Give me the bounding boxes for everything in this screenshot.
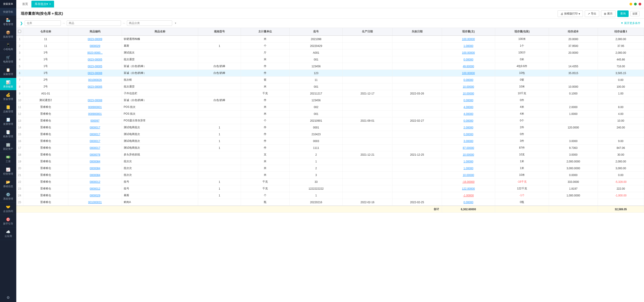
qty-main-link[interactable]: 10.00000 (463, 174, 474, 177)
query-button[interactable]: 查询 (617, 11, 628, 17)
code-link[interactable]: 0000084 (90, 174, 100, 177)
cell-name: 鲜肉A (122, 199, 198, 206)
cell-amount: 10.00 (598, 117, 644, 124)
code-link[interactable]: 0000084 (90, 167, 100, 170)
qty-main-link[interactable]: 0.00000 (464, 78, 473, 82)
code-link[interactable]: 001000031 (88, 201, 102, 204)
qty-main-link[interactable]: 0.00000 (464, 99, 473, 102)
qty-main-link[interactable]: 4.00000 (464, 106, 473, 109)
sidebar-item-guide[interactable]: 🎯 新手引导 (0, 215, 16, 227)
qty-main-link[interactable]: -1.00000 (463, 194, 474, 197)
code-link[interactable]: 0000017 (90, 146, 100, 149)
code-link[interactable]: 0023-00008 (88, 72, 102, 75)
cell-batch: 001 (290, 83, 343, 90)
export-button[interactable]: ↗ 导出 (585, 11, 599, 17)
code-link[interactable]: 0000012 (90, 180, 100, 184)
code-link[interactable]: 001000026 (88, 78, 102, 82)
table-wrapper[interactable]: 仓库名称 商品编码 商品名称 规格型号 主计量单位 批号 生产日期 失效日期 现… (16, 28, 644, 302)
code-link[interactable]: 0000029 (90, 44, 100, 48)
code-link[interactable]: 000097 (90, 119, 100, 122)
qty-main-link[interactable]: 49.60000 (463, 65, 474, 68)
window-minimize[interactable] (630, 3, 632, 6)
product-filter[interactable] (67, 20, 121, 26)
qty-main-link[interactable]: 87.00000 (463, 146, 474, 149)
qty-main-link[interactable]: 3.00000 (464, 139, 473, 143)
cell-cost: 333.0000 (549, 179, 598, 185)
sidebar-item-basic[interactable]: 📂 基础信息 (0, 178, 16, 190)
qty-main-link[interactable]: 100.00000 (462, 72, 475, 75)
settings-button[interactable]: 设置 (630, 11, 640, 16)
code-link[interactable]: 0000017 (90, 133, 100, 136)
qty-main-link[interactable]: 10.00000 (463, 153, 474, 156)
qty-main-link[interactable]: 1.00000 (464, 160, 473, 163)
cell-unit: 件 (241, 63, 290, 70)
code-link[interactable]: 0000029 (90, 194, 100, 197)
code-link[interactable]: 0000017 (90, 139, 100, 143)
sidebar-search[interactable]: 搜索菜单 (0, 0, 16, 8)
window-close[interactable] (638, 3, 641, 6)
expand-button[interactable]: ⊞ 展示 (601, 11, 616, 17)
sidebar-item-tax[interactable]: 📑 税务管理 (0, 128, 16, 140)
cell-spec (198, 56, 241, 63)
code-link[interactable]: 0023-00005 (88, 58, 102, 61)
warehouse-filter[interactable] (25, 20, 61, 26)
qty-main-link[interactable]: 122.00000 (462, 187, 475, 190)
qty-main-link[interactable]: 1.00000 (464, 167, 473, 170)
cell-prod-date (343, 138, 392, 144)
qty-main-link[interactable]: 2.00000 (464, 126, 473, 129)
cell-qty-main: 10.00000 (442, 90, 495, 97)
qty-main-link[interactable]: 0.00000 (464, 201, 473, 204)
code-link[interactable]: 0023-00005 (88, 65, 102, 68)
sidebar-item-ops[interactable]: 📈 经营管理 (0, 165, 16, 178)
cell-qty-pack: 122千克 (495, 185, 549, 192)
code-link[interactable]: 0023-0000... (87, 51, 102, 54)
qty-main-link[interactable]: 100.00000 (462, 38, 475, 41)
filter-toggle-icon[interactable]: ❯ (20, 21, 23, 25)
qty-main-link[interactable]: 0.00000 (464, 133, 473, 136)
sidebar-item-payroll[interactable]: 💵 工资 (0, 153, 16, 165)
cell-name: 富诚（白色/奶棒） (122, 63, 198, 70)
code-link[interactable]: 000900001 (88, 106, 102, 109)
sidebar-item-mini[interactable]: 📱 小程电商 (0, 41, 16, 53)
code-link[interactable]: 0023-00005 (88, 85, 102, 88)
sidebar-item-ecommerce[interactable]: 🛒 电商管理 (0, 53, 16, 65)
qty-main-link[interactable]: 100.00000 (462, 51, 475, 54)
category-filter[interactable] (127, 20, 172, 26)
sidebar-item-wholesale[interactable]: 📦 批发管理 (0, 28, 16, 41)
code-link[interactable]: 0000017 (90, 126, 100, 129)
sidebar-settings[interactable]: ⚙ (0, 293, 16, 302)
sidebar-item-system[interactable]: ⚙️ 系统管理 (0, 190, 16, 203)
code-link[interactable]: 0023-00009 (88, 38, 102, 41)
qty-main-link[interactable]: 10.00000 (463, 85, 474, 88)
sidebar-item-invoice[interactable]: 🧾 发票管理 (0, 115, 16, 128)
select-all-checkbox[interactable] (18, 30, 21, 33)
cell-qty-main: 122.00000 (442, 185, 495, 192)
code-link[interactable]: 0023-00008 (88, 99, 102, 102)
sidebar-item-collab[interactable]: 🤝 企业协同 (0, 203, 16, 215)
code-link[interactable]: 0000078 (90, 153, 100, 156)
sidebar-item-accounting[interactable]: 📒 总账管理 (0, 103, 16, 115)
expand-more-btn[interactable]: ▼ 展开更多条件 (621, 21, 640, 25)
tab-home[interactable]: 首页 (19, 1, 32, 8)
sidebar-item-retail[interactable]: 🏪 零售管理 (0, 16, 16, 28)
qty-main-link[interactable]: -16.00000 (462, 180, 474, 184)
qty-main-link[interactable]: 1.00000 (464, 44, 473, 48)
col-check[interactable] (16, 28, 23, 36)
sidebar-item-inventory[interactable]: 📊 库存核算 (0, 78, 16, 90)
sidebar-item-fixed[interactable]: 🏢 固定资产 (0, 140, 16, 153)
print-button[interactable]: 🖨 按模版打印 ▾ (558, 11, 583, 17)
code-link[interactable]: 0000084 (90, 160, 100, 163)
sidebar-item-cloud[interactable]: ☁️ 云应用 (0, 227, 16, 240)
qty-main-link[interactable]: 10.00000 (463, 92, 474, 95)
tab-inventory[interactable]: 库存批次▾ × (32, 1, 54, 8)
qty-main-link[interactable]: 4.00000 (464, 112, 473, 115)
window-maximize[interactable] (634, 3, 637, 6)
sidebar-item-finance[interactable]: 💰 资金管理 (0, 90, 16, 103)
sidebar-item-purchase[interactable]: 📋 采购管理 (0, 65, 16, 78)
qty-main-link[interactable]: 0.00000 (464, 119, 473, 122)
sidebar-nav[interactable]: 快捷导航 (0, 8, 16, 16)
code-link[interactable]: 0000012 (90, 187, 100, 190)
code-link[interactable]: 000900001 (88, 112, 102, 115)
qty-main-link[interactable]: 0.00000 (464, 58, 473, 61)
tab-close-button[interactable]: × (49, 3, 51, 6)
